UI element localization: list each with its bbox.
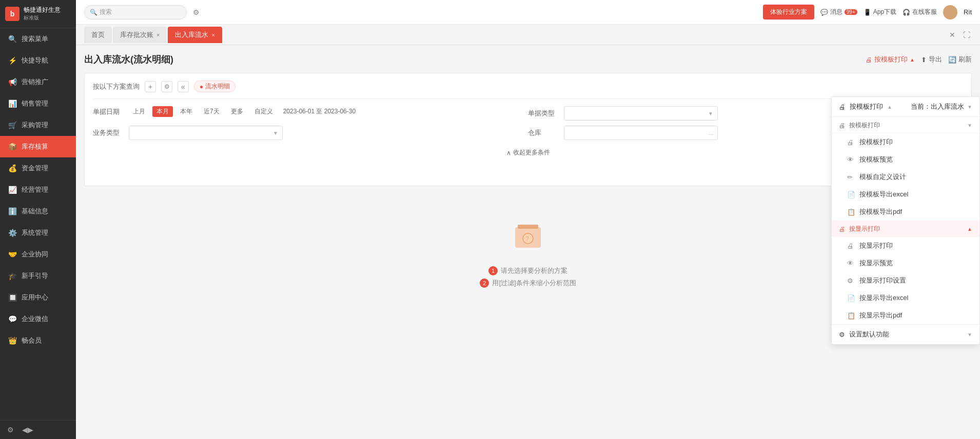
sidebar-item-inventory[interactable]: 📦 库存核算 [0,136,76,157]
sidebar-item-member[interactable]: 👑 畅会员 [0,330,76,351]
section-toggle-icon: ▼ [967,123,972,128]
section-toggle-icon: ▲ [967,226,972,232]
dp-item-icon: 📄 [847,191,855,198]
dp-item-template-pdf[interactable]: 📋 按模板导出pdf [832,203,979,221]
sidebar-item-finance[interactable]: 💰 资金管理 [0,157,76,179]
app-download-icon: 📱 [864,9,871,16]
sidebar-item-sales[interactable]: 📊 销售管理 [0,93,76,114]
date-tab-cur[interactable]: 本月 [152,106,173,117]
sidebar-item-label: 销售管理 [22,99,48,108]
tab-flow-close[interactable]: × [211,32,214,38]
tab-batch-label: 库存批次账 [120,30,153,39]
dp-item-display-print[interactable]: 🖨 按显示打印 [832,237,979,254]
header-gear-icon[interactable]: ⚙ [193,8,200,16]
sidebar-item-guide[interactable]: 🎓 新手引导 [0,265,76,287]
empty-tip-2: 2 用[过滤]条件来缩小分析范围 [480,278,576,288]
date-field-content: 上月 本月 本年 近7天 更多 自定义 2023-06-01 至 2023-06… [129,106,528,117]
sidebar-item-wechat[interactable]: 💬 企业微信 [0,308,76,330]
doctype-select[interactable]: ▼ [564,106,718,121]
message-icon: 💬 [820,9,828,16]
tab-batch-close[interactable]: × [156,32,160,38]
filter-add-btn[interactable]: + [145,81,156,92]
dp-item-display-pdf[interactable]: 📋 按显示导出pdf [832,307,979,324]
basic-icon: ℹ️ [7,206,17,216]
sales-icon: 📊 [7,98,17,109]
sidebar-item-basic[interactable]: ℹ️ 基础信息 [0,201,76,222]
empty-tip-1: 1 请先选择要分析的方案 [488,266,567,275]
online-service-action[interactable]: 🎧 在线客服 [903,8,937,16]
sidebar-item-system[interactable]: ⚙️ 系统管理 [0,222,76,244]
sidebar-item-marketing[interactable]: 📢 营销推广 [0,71,76,93]
dp-item-icon: 📋 [847,208,855,216]
dropdown-header-left: 🖨 按模板打印 ▲ [839,102,892,111]
filter-label: 按以下方案查询 [93,82,140,91]
date-tab-week[interactable]: 近7天 [200,106,224,117]
printer-section-icon: 🖨 [839,226,845,233]
user-avatar[interactable] [943,5,957,19]
sidebar-item-operations[interactable]: 📈 经营管理 [0,179,76,201]
sidebar-item-quicknav[interactable]: ⚡ 快捷导航 [0,50,76,71]
dropdown-section-template[interactable]: 🖨 按模板打印 ▼ [832,117,979,133]
biz-field-label: 业务类型 [93,128,129,137]
collapse-sidebar-icon[interactable]: ◀▶ [22,426,33,434]
app-title: 畅捷通好生意 [24,6,61,14]
filter-gear-btn[interactable]: ⚙ [161,81,172,92]
export-icon: ⬆ [921,56,927,64]
dropdown-section-display[interactable]: 🖨 按显示打印 ▲ [832,221,979,237]
dp-item-display-excel[interactable]: 📄 按显示导出excel [832,289,979,307]
section-display-label: 按显示打印 [849,225,880,233]
dp-item-display-settings[interactable]: ⚙ 按显示打印设置 [832,272,979,289]
dp-item-label: 按模板导出pdf [859,207,902,216]
chevron-down-icon: ▼ [273,130,278,136]
print-btn[interactable]: 🖨 按模板打印 ▲ [866,55,915,64]
operations-icon: 📈 [7,185,17,195]
sidebar: b 畅捷通好生意 标准版 🔍 搜索菜单 ⚡ 快捷导航 📢 营销推广 📊 销售管理… [0,0,76,439]
chevron-down-icon: ▼ [967,104,972,110]
tab-batch[interactable]: 库存批次账 × [113,27,167,43]
app-subtitle: 标准版 [24,14,61,22]
window-close-btn[interactable]: ✕ [947,30,957,40]
sidebar-item-apps[interactable]: 🔲 应用中心 [0,287,76,308]
sidebar-item-purchase[interactable]: 🛒 采购管理 [0,114,76,136]
filter-tag-item[interactable]: ● 流水明细 [194,81,236,92]
tab-flow-label: 出入库流水 [175,30,208,39]
filter-collapse-btn[interactable]: « [178,81,189,92]
date-tab-more[interactable]: 更多 [227,106,247,117]
sidebar-item-label: 应用中心 [22,293,48,302]
app-download-action[interactable]: 📱 App下载 [864,8,896,16]
dp-item-icon: 📋 [847,312,855,320]
tip-text-2: 用[过滤]条件来缩小分析范围 [492,278,576,288]
message-action[interactable]: 💬 消息 99+ [820,8,857,16]
sidebar-item-collab[interactable]: 🤝 企业协同 [0,244,76,265]
settings-icon[interactable]: ⚙ [7,426,14,434]
dropdown-current: 当前：出入库流水 ▼ [911,102,972,111]
sidebar-item-label: 快捷导航 [22,56,48,65]
export-btn[interactable]: ⬆ 导出 [921,55,942,64]
dp-item-template-design[interactable]: ✏ 模板自定义设计 [832,168,979,186]
biz-select[interactable]: ▼ [129,126,283,140]
window-expand-btn[interactable]: ⛶ [962,30,972,40]
date-tab-prev[interactable]: 上月 [129,106,149,117]
date-tab-year[interactable]: 本年 [176,106,197,117]
date-tab-custom[interactable]: 自定义 [250,106,277,117]
dropdown-footer[interactable]: ⚙ 设置默认功能 ▼ [832,324,979,344]
sidebar-item-search[interactable]: 🔍 搜索菜单 [0,28,76,50]
sidebar-item-label: 畅会员 [22,336,42,345]
sidebar-item-label: 系统管理 [22,228,48,237]
print-dropdown-arrow: ▲ [910,57,915,63]
svg-text:?: ? [526,236,529,242]
dp-item-template-excel[interactable]: 📄 按模板导出excel [832,186,979,203]
sidebar-item-label: 营销推广 [22,77,48,87]
wechat-icon: 💬 [7,314,17,324]
tab-flow[interactable]: 出入库流水 × [168,27,222,43]
dp-item-display-preview[interactable]: 👁 按显示预览 [832,254,979,272]
warehouse-select[interactable]: ... [564,126,718,140]
dp-item-icon: 👁 [847,260,855,267]
tab-home[interactable]: 首页 [84,27,112,43]
search-bar[interactable]: 🔍 搜索 [84,5,187,19]
industry-btn[interactable]: 体验行业方案 [763,5,814,19]
search-icon: 🔍 [90,9,97,16]
dp-item-template-preview[interactable]: 👁 按模板预览 [832,151,979,168]
refresh-btn[interactable]: 🔄 刷新 [948,55,972,64]
dp-item-template-print[interactable]: 🖨 按模板打印 [832,133,979,151]
